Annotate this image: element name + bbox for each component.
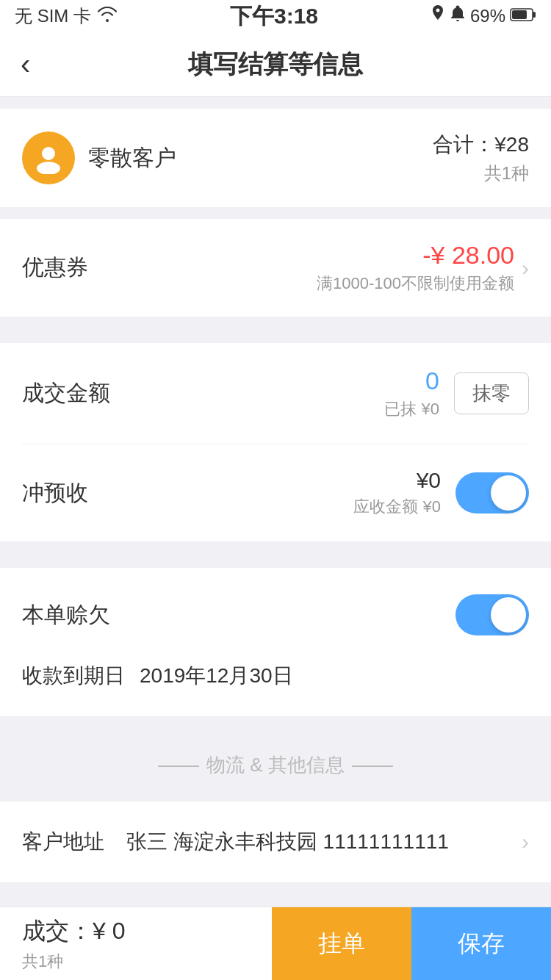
location-icon [431,5,445,27]
nav-bar: ‹ 填写结算等信息 [0,32,551,97]
coupon-amount: -¥ 28.00 [317,241,514,270]
bottom-bar: 成交：¥ 0 共1种 挂单 保存 [0,907,551,980]
customer-left: 零散客户 [22,131,176,184]
prepay-sub: 应收金额 ¥0 [353,496,441,518]
transaction-right: 0 已抹 ¥0 抹零 [384,367,529,420]
section-gap-4 [0,787,551,801]
prepay-label: 冲预收 [22,478,88,508]
coupon-desc: 满1000-100不限制使用金额 [317,273,514,295]
svg-point-3 [42,147,55,160]
address-row[interactable]: 客户地址 张三 海淀永丰科技园 11111111111 › [22,801,529,882]
bottom-info: 成交：¥ 0 共1种 [0,915,272,973]
status-bar: 无 SIM 卡 下午3:18 69% [0,0,551,32]
debt-row: 本单赊欠 [22,568,529,662]
coupon-label: 优惠券 [22,253,88,283]
battery-icon [510,6,536,26]
customer-total-wrapper: 合计：¥28 共1种 [433,131,529,185]
status-left: 无 SIM 卡 [15,4,118,28]
status-right: 69% [431,5,536,27]
section-gap-3 [0,728,551,743]
debt-toggle-knob [491,597,526,633]
coupon-value-wrapper: -¥ 28.00 满1000-100不限制使用金额 [317,241,514,295]
logistics-label: 物流 & 其他信息 [206,752,345,778]
transaction-amount: 0 [384,367,439,395]
address-section: 客户地址 张三 海淀永丰科技园 11111111111 › [0,801,551,882]
logistics-left-line: —— [158,753,199,777]
logistics-divider: —— 物流 & 其他信息 —— [0,743,551,787]
debt-toggle[interactable] [455,594,529,635]
coupon-row[interactable]: 优惠券 -¥ 28.00 满1000-100不限制使用金额 › [0,219,551,317]
bottom-deal: 成交：¥ 0 [22,915,250,948]
transaction-row: 成交金额 0 已抹 ¥0 抹零 [22,343,529,444]
status-time: 下午3:18 [230,1,318,32]
toggle-knob [491,475,526,511]
prepay-right: ¥0 应收金额 ¥0 [353,468,529,518]
debt-section: 本单赊欠 收款到期日 2019年12月30日 [0,568,551,716]
svg-point-4 [37,162,60,174]
deal-label: 成交： [22,918,93,944]
address-label: 客户地址 [22,828,104,856]
avatar [22,131,75,184]
address-value: 张三 海淀永丰科技园 11111111111 [126,828,514,856]
customer-row: 零散客户 合计：¥28 共1种 [0,109,551,207]
prepay-amount-wrapper: ¥0 应收金额 ¥0 [353,468,441,518]
bottom-count: 共1种 [22,951,250,973]
alarm-icon [450,5,466,27]
back-button[interactable]: ‹ [21,48,30,81]
pending-button[interactable]: 挂单 [272,907,411,981]
save-button[interactable]: 保存 [411,907,551,981]
section-gap-1 [0,328,551,343]
svg-rect-2 [512,10,527,19]
due-date: 2019年12月30日 [140,662,293,690]
deal-amount: ¥ 0 [93,918,125,944]
due-row: 收款到期日 2019年12月30日 [22,662,529,716]
section-gap-2 [0,553,551,568]
due-label: 收款到期日 [22,662,125,690]
prepay-row: 冲预收 ¥0 应收金额 ¥0 [22,444,529,541]
carrier-text: 无 SIM 卡 [15,4,91,28]
customer-total: 合计：¥28 [433,131,529,159]
coupon-right: -¥ 28.00 满1000-100不限制使用金额 › [317,241,529,295]
transaction-section: 成交金额 0 已抹 ¥0 抹零 冲预收 ¥0 应收金额 ¥0 [0,343,551,541]
svg-rect-1 [533,12,536,18]
wifi-icon [97,6,118,26]
round-button[interactable]: 抹零 [454,372,529,414]
prepay-toggle[interactable] [455,472,529,514]
debt-label: 本单赊欠 [22,600,110,630]
address-chevron-icon: › [522,829,529,854]
prepay-amount: ¥0 [353,468,441,493]
coupon-chevron-icon: › [522,256,529,281]
battery-percent: 69% [470,6,505,26]
page-title: 填写结算等信息 [188,48,363,82]
coupon-section: 优惠券 -¥ 28.00 满1000-100不限制使用金额 › [0,219,551,317]
logistics-right-line: —— [352,753,393,777]
customer-name: 零散客户 [88,143,176,173]
transaction-amount-wrapper: 0 已抹 ¥0 [384,367,439,420]
transaction-sub: 已抹 ¥0 [384,398,439,420]
transaction-label: 成交金额 [22,378,110,408]
customer-count: 共1种 [433,162,529,185]
